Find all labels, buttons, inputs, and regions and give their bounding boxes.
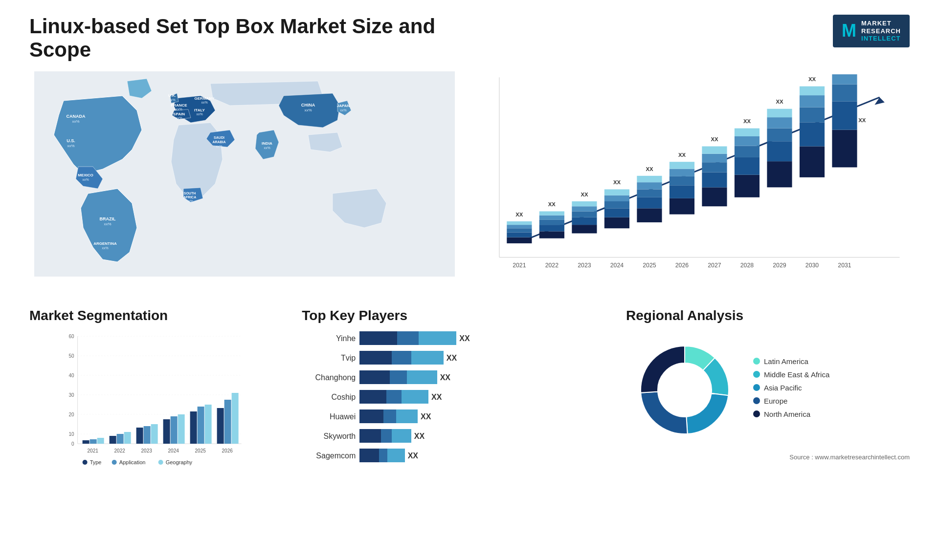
player-row: CoshipXX <box>302 390 611 405</box>
svg-text:2022: 2022 <box>114 448 126 453</box>
player-name: Coship <box>302 393 356 402</box>
player-bar-container: XX <box>359 449 611 463</box>
svg-rect-139 <box>171 416 178 444</box>
svg-text:xx%: xx% <box>201 101 207 104</box>
svg-text:xx%: xx% <box>264 146 270 150</box>
players-list: YinheXXTvipXXChanghongXXCoshipXXHuaweiXX… <box>302 331 611 463</box>
svg-rect-45 <box>539 220 564 225</box>
svg-rect-61 <box>637 208 662 222</box>
svg-text:SAUDI: SAUDI <box>214 136 224 139</box>
svg-text:2025: 2025 <box>195 448 206 453</box>
svg-text:2022: 2022 <box>545 262 559 269</box>
svg-text:U.S.: U.S. <box>67 138 75 143</box>
svg-text:XX: XX <box>515 212 523 217</box>
player-bar-segment <box>402 390 428 404</box>
svg-text:2030: 2030 <box>805 262 819 269</box>
player-name: Yinhe <box>302 334 356 343</box>
player-bar-container: XX <box>359 331 611 346</box>
svg-rect-70 <box>670 169 694 176</box>
player-bar-segment <box>383 409 396 423</box>
svg-rect-58 <box>604 195 629 201</box>
svg-rect-47 <box>539 211 564 215</box>
donut-segment <box>641 391 687 434</box>
svg-rect-43 <box>539 231 564 238</box>
player-row: SkyworthXX <box>302 429 611 444</box>
logo-text: MARKET RESEARCH INTELLECT <box>861 20 901 43</box>
player-row: YinheXX <box>302 331 611 346</box>
legend-item: Asia Pacific <box>753 384 829 392</box>
player-name: Skyworth <box>302 432 356 441</box>
logo-letter: M <box>842 21 856 41</box>
legend-item: Latin America <box>753 357 829 366</box>
svg-text:50: 50 <box>69 353 75 359</box>
svg-rect-133 <box>117 434 124 444</box>
player-name: Tvip <box>302 354 356 363</box>
svg-text:Application: Application <box>119 459 146 465</box>
svg-text:xx%: xx% <box>304 108 312 112</box>
svg-text:xx%: xx% <box>176 108 182 111</box>
svg-rect-86 <box>767 141 792 161</box>
player-bar <box>359 429 411 444</box>
player-bar-segment <box>359 429 381 443</box>
svg-rect-75 <box>702 162 727 172</box>
svg-rect-138 <box>163 419 170 444</box>
svg-rect-62 <box>637 197 662 209</box>
svg-text:2027: 2027 <box>708 262 721 269</box>
donut-segment <box>641 346 685 393</box>
svg-rect-144 <box>217 408 224 444</box>
svg-rect-131 <box>97 438 104 444</box>
donut-container: Latin AmericaMiddle East & AfricaAsia Pa… <box>626 331 910 449</box>
svg-rect-136 <box>144 426 151 444</box>
svg-text:BRAZIL: BRAZIL <box>100 216 116 221</box>
player-bar-container: XX <box>359 370 611 385</box>
svg-rect-142 <box>198 407 204 444</box>
svg-rect-65 <box>637 176 662 182</box>
svg-rect-146 <box>232 393 239 444</box>
svg-rect-76 <box>702 154 727 162</box>
logo-area: M MARKET RESEARCH INTELLECT <box>833 15 910 47</box>
svg-text:xx%: xx% <box>340 108 346 112</box>
svg-text:XX: XX <box>776 99 783 105</box>
svg-text:JAPAN: JAPAN <box>337 104 350 108</box>
svg-rect-92 <box>800 122 825 146</box>
svg-rect-93 <box>800 108 825 123</box>
player-bar-segment <box>419 331 456 345</box>
source-text: Source : www.marketresearchintellect.com <box>626 453 910 461</box>
svg-point-155 <box>112 460 117 465</box>
world-map: CANADA xx% U.S. xx% MEXICO xx% BRAZIL xx… <box>29 71 460 277</box>
player-row: TvipXX <box>302 351 611 366</box>
svg-rect-137 <box>151 424 158 444</box>
svg-text:XX: XX <box>858 117 866 123</box>
header-row: Linux-based Set Top Box Market Size and … <box>29 15 910 62</box>
regional-area: Regional Analysis Latin AmericaMiddle Ea… <box>626 308 910 470</box>
svg-rect-44 <box>539 225 564 231</box>
player-bar <box>359 370 437 385</box>
svg-rect-80 <box>735 157 760 175</box>
svg-rect-55 <box>604 217 629 229</box>
svg-text:XX: XX <box>743 118 751 124</box>
svg-rect-39 <box>507 228 532 232</box>
svg-rect-49 <box>572 225 597 233</box>
svg-text:xx%: xx% <box>102 246 108 250</box>
svg-rect-53 <box>572 201 597 206</box>
svg-text:ITALY: ITALY <box>194 108 205 112</box>
regional-title: Regional Analysis <box>626 308 910 323</box>
legend-color-dot <box>753 358 760 365</box>
svg-rect-71 <box>670 162 694 169</box>
svg-text:60: 60 <box>69 334 75 339</box>
svg-text:XX: XX <box>613 179 621 185</box>
player-row: SagemcomXX <box>302 449 611 463</box>
svg-rect-69 <box>670 176 694 185</box>
svg-rect-129 <box>83 440 89 444</box>
player-bar-segment <box>359 331 397 345</box>
svg-text:2021: 2021 <box>513 262 526 269</box>
svg-rect-97 <box>832 130 857 168</box>
svg-rect-140 <box>178 414 185 444</box>
svg-rect-87 <box>767 129 792 142</box>
svg-text:SOUTH: SOUTH <box>184 192 196 195</box>
logo-box: M MARKET RESEARCH INTELLECT <box>833 15 910 47</box>
player-bar-segment <box>397 331 419 345</box>
svg-rect-98 <box>832 101 857 129</box>
legend-label: Middle East & Africa <box>764 370 829 379</box>
map-area: CANADA xx% U.S. xx% MEXICO xx% BRAZIL xx… <box>29 71 460 288</box>
